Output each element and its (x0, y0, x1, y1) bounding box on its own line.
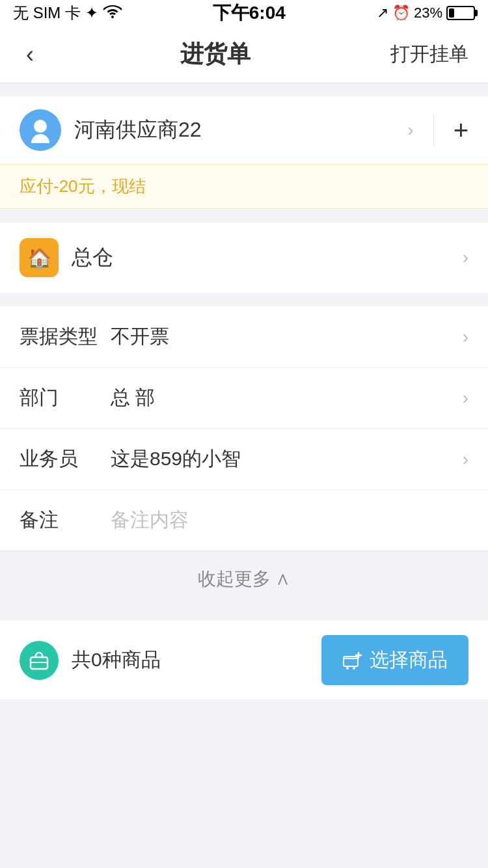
status-time: 下午6:04 (213, 1, 286, 25)
warehouse-arrow-icon: › (463, 247, 468, 268)
notice-bar: 应付-20元，现结 (0, 164, 488, 209)
remark-label: 备注 (20, 507, 111, 534)
invoice-type-row[interactable]: 票据类型 不开票 › (0, 306, 488, 367)
svg-point-4 (353, 667, 355, 670)
page-title: 进货单 (180, 38, 251, 70)
product-icon-wrap (20, 641, 59, 680)
svg-point-3 (346, 667, 349, 670)
open-pending-button[interactable]: 打开挂单 (390, 41, 468, 68)
warehouse-icon-wrap: 🏠 (20, 238, 59, 277)
shopping-bag-icon (28, 649, 50, 671)
collapse-row[interactable]: 收起更多 ∧ (0, 550, 488, 607)
add-supplier-button[interactable]: + (454, 116, 468, 145)
supplier-section: 河南供应商22 › + 应付-20元，现结 (0, 96, 488, 209)
invoice-type-arrow-icon: › (463, 327, 468, 347)
signal-text: 无 SIM 卡 ✦ (13, 3, 98, 23)
salesperson-label: 业务员 (20, 446, 111, 472)
location-icon: ↗ (377, 5, 388, 21)
department-value: 总 部 (111, 385, 463, 411)
salesperson-row[interactable]: 业务员 这是859的小智 › (0, 428, 488, 489)
supplier-arrow-icon: › (407, 120, 413, 141)
warehouse-row[interactable]: 🏠 总仓 › (0, 222, 488, 293)
salesperson-value: 这是859的小智 (111, 446, 463, 472)
select-product-label: 选择商品 (370, 647, 448, 673)
warehouse-icon: 🏠 (27, 247, 51, 269)
remark-row[interactable]: 备注 备注内容 (0, 489, 488, 550)
gap-4 (0, 607, 488, 620)
remark-input[interactable]: 备注内容 (111, 507, 468, 534)
status-bar: 无 SIM 卡 ✦ 下午6:04 ↗ ⏰ 23% (0, 0, 488, 26)
product-section: 共0种商品 选择商品 (0, 620, 488, 699)
product-row: 共0种商品 选择商品 (0, 620, 488, 699)
gap-1 (0, 83, 488, 96)
supplier-name: 河南供应商22 (74, 116, 407, 144)
invoice-type-label: 票据类型 (20, 323, 111, 350)
department-arrow-icon: › (463, 388, 468, 409)
status-right: ↗ ⏰ 23% (377, 5, 475, 21)
department-label: 部门 (20, 385, 111, 411)
salesperson-arrow-icon: › (463, 449, 468, 470)
battery-icon (446, 6, 475, 20)
person-icon (30, 120, 51, 141)
gap-3 (0, 293, 488, 306)
select-product-button[interactable]: 选择商品 (321, 635, 468, 685)
product-count: 共0种商品 (72, 647, 321, 673)
battery-text: 23% (414, 5, 442, 21)
alarm-icon: ⏰ (392, 5, 410, 21)
invoice-type-value: 不开票 (111, 323, 463, 350)
supplier-divider (433, 114, 434, 146)
warehouse-section: 🏠 总仓 › (0, 222, 488, 293)
gap-2 (0, 209, 488, 222)
cart-plus-icon (342, 651, 363, 670)
form-section: 票据类型 不开票 › 部门 总 部 › 业务员 这是859的小智 › 备注 备注… (0, 306, 488, 550)
department-row[interactable]: 部门 总 部 › (0, 367, 488, 428)
nav-bar: ‹ 进货单 打开挂单 (0, 26, 488, 83)
supplier-avatar (20, 109, 61, 151)
status-left: 无 SIM 卡 ✦ (13, 3, 122, 23)
supplier-row[interactable]: 河南供应商22 › + (0, 96, 488, 164)
warehouse-name: 总仓 (72, 243, 463, 272)
wifi-icon (103, 4, 122, 22)
back-button[interactable]: ‹ (20, 34, 40, 75)
